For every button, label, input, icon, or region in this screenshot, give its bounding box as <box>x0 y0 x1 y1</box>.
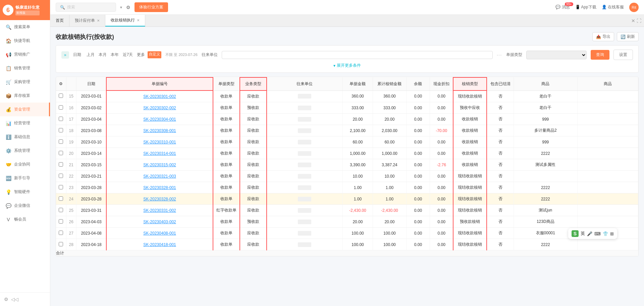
sidebar-item-member[interactable]: V畅会员 <box>0 212 50 226</box>
row-checkbox[interactable] <box>59 208 63 212</box>
col-docno-header[interactable]: 单据编号 <box>106 77 213 90</box>
row-checkbox[interactable] <box>59 94 63 98</box>
row-docno-link[interactable]: SK-20230321-003 <box>143 174 176 179</box>
search-box[interactable]: 🔍 搜索 <box>56 3 116 12</box>
col-discount-header[interactable]: 现金折扣 <box>430 77 453 90</box>
row-gear[interactable] <box>56 114 66 125</box>
row-docno-link[interactable]: SK-20230328-001 <box>143 185 176 190</box>
sidebar-item-system[interactable]: ⚙️系统管理 <box>0 144 50 158</box>
sidebar-item-enterprise-wx[interactable]: 💬企业微信 <box>0 199 50 212</box>
row-gear[interactable] <box>56 159 66 171</box>
sidebar-item-marketing[interactable]: 📢营销推广 <box>0 48 50 61</box>
sidebar-item-finance[interactable]: 💰资金管理 <box>0 103 50 116</box>
col-cumamt-header[interactable]: 累计核销金额 <box>373 77 406 90</box>
app-download-btn[interactable]: 📱 App下载 <box>575 4 596 10</box>
row-gear[interactable] <box>56 102 66 114</box>
row-docno-link[interactable]: SK-20230301-002 <box>143 94 176 99</box>
row-checkbox[interactable] <box>59 128 63 132</box>
row-docno-link[interactable]: SK-20230328-002 <box>143 197 176 201</box>
date-7days[interactable]: 近7天 <box>121 51 135 58</box>
row-gear[interactable] <box>56 228 66 239</box>
sidebar-item-purchase[interactable]: 🛒采购管理 <box>0 75 50 89</box>
row-checkbox[interactable] <box>59 196 63 201</box>
col-amount-header[interactable]: 单据金额 <box>342 77 373 90</box>
collapse-icon[interactable]: ◁◁ <box>11 297 18 302</box>
row-checkbox[interactable] <box>59 117 63 121</box>
row-gear[interactable] <box>56 136 66 148</box>
date-this-year[interactable]: 本年 <box>109 51 120 58</box>
col-verifytype-header[interactable]: 核销类型 <box>453 77 487 90</box>
filter-setting-btn[interactable]: 设置 <box>613 50 633 60</box>
date-last-month[interactable]: 上月 <box>85 51 96 58</box>
tab-expand-icon[interactable]: ⛶ <box>637 18 641 23</box>
watermark-shirt-icon[interactable]: 👕 <box>603 231 608 236</box>
message-btn[interactable]: 💬 消息 99+ <box>555 4 570 10</box>
sidebar-item-guide[interactable]: 🆕新手引导 <box>0 171 50 185</box>
gear-icon[interactable]: ⚙ <box>126 5 130 10</box>
row-gear[interactable] <box>56 239 66 250</box>
filter-collapse-btn[interactable]: » <box>61 51 69 59</box>
row-checkbox[interactable] <box>59 219 63 224</box>
watermark-mic-icon[interactable]: 🎤 <box>587 231 592 236</box>
col-doctype-header[interactable]: 单据类型 <box>213 77 240 90</box>
refresh-btn[interactable]: 🔄 刷新 <box>617 32 639 41</box>
tab-close-icon[interactable]: ✕ <box>631 18 635 23</box>
sidebar-item-quick-nav[interactable]: 🏠快捷导航 <box>0 34 50 48</box>
tab-payable[interactable]: 预计应付单 ✕ <box>69 15 105 26</box>
row-gear[interactable] <box>56 216 66 228</box>
query-btn[interactable]: 查询 <box>591 50 609 60</box>
row-checkbox[interactable] <box>59 185 63 189</box>
sidebar-item-enterprise[interactable]: 🤝企业协同 <box>0 158 50 171</box>
row-gear[interactable] <box>56 148 66 159</box>
tab-receivable-verify[interactable]: 收款核销执行 ✕ <box>105 15 145 26</box>
row-checkbox[interactable] <box>59 242 63 246</box>
row-checkbox[interactable] <box>59 105 63 110</box>
tab-payable-close[interactable]: ✕ <box>97 19 100 22</box>
row-docno-link[interactable]: SK-20230304-001 <box>143 117 176 122</box>
export-btn[interactable]: 📤 导出 <box>592 32 614 41</box>
sidebar-item-operations[interactable]: 📊经营管理 <box>0 116 50 130</box>
date-more[interactable]: 更多 <box>136 51 146 58</box>
sidebar-item-sales[interactable]: 📋销售管理 <box>0 61 50 75</box>
search-dropdown[interactable]: ▾ <box>120 5 122 10</box>
row-docno-link[interactable]: SK-20230418-001 <box>143 242 176 247</box>
row-gear[interactable] <box>56 182 66 193</box>
col-goods-header[interactable]: 商品 <box>514 77 577 90</box>
row-docno-link[interactable]: SK-20230314-001 <box>143 151 176 156</box>
row-docno-link[interactable]: SK-20230310-001 <box>143 140 176 144</box>
row-docno-link[interactable]: SK-20230403-002 <box>143 220 176 224</box>
sidebar-item-search[interactable]: 🔍搜索菜单 <box>0 20 50 34</box>
tab-receivable-close[interactable]: ✕ <box>137 18 140 22</box>
date-custom-btn[interactable]: 自定义 <box>148 51 161 58</box>
row-gear[interactable] <box>56 90 66 102</box>
online-service-btn[interactable]: 👤 在线客服 <box>602 4 624 10</box>
col-gear-header[interactable]: ⚙ <box>56 77 66 90</box>
date-this-month[interactable]: 本月 <box>97 51 108 58</box>
row-docno-link[interactable]: SK-20230408-001 <box>143 231 176 236</box>
sidebar-item-basic-info[interactable]: ℹ️基础信息 <box>0 130 50 144</box>
row-docno-link[interactable]: SK-20230331-002 <box>143 208 176 213</box>
expand-more-btn[interactable]: ▾ 展开更多条件 <box>333 63 361 68</box>
row-gear[interactable] <box>56 193 66 205</box>
col-partner-header[interactable]: 往来单位 <box>267 77 343 90</box>
row-checkbox[interactable] <box>59 162 63 167</box>
row-docno-link[interactable]: SK-20230308-001 <box>143 128 176 133</box>
row-checkbox[interactable] <box>59 139 63 144</box>
industry-btn[interactable]: 体验行业方案 <box>135 2 168 12</box>
col-goods2-header[interactable]: 商品 <box>577 77 638 90</box>
row-gear[interactable] <box>56 171 66 182</box>
row-checkbox[interactable] <box>59 151 63 155</box>
watermark-keyboard-icon[interactable]: ⌨ <box>594 231 601 236</box>
user-avatar[interactable]: Rit <box>629 3 639 12</box>
settings-icon[interactable]: ⚙ <box>4 297 8 302</box>
row-docno-link[interactable]: SK-20230315-002 <box>143 163 176 167</box>
col-balance-header[interactable]: 余额 <box>406 77 430 90</box>
sidebar-item-smart-hw[interactable]: 💡智能硬件 <box>0 185 50 199</box>
row-gear[interactable] <box>56 125 66 136</box>
row-docno-link[interactable]: SK-20230302-002 <box>143 106 176 110</box>
tab-home[interactable]: 首页 <box>50 15 69 26</box>
row-checkbox[interactable] <box>59 231 63 235</box>
sidebar-item-inventory[interactable]: 📦库存核算 <box>0 89 50 103</box>
partner-input[interactable] <box>222 51 493 59</box>
row-gear[interactable] <box>56 205 66 216</box>
